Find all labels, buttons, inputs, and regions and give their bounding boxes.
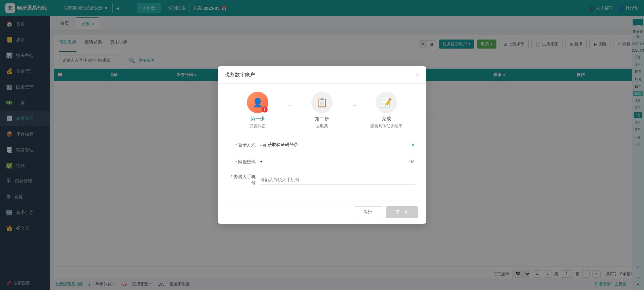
step-2: 📋 第二步 去取票 — [293, 92, 351, 129]
cancel-button[interactable]: 取消 — [354, 206, 382, 218]
tax-digital-account-modal: 税务数字账户 × 👤 ! 第一步 完善账密 → — [218, 66, 426, 224]
login-method-select[interactable]: app获取验证码登录 ∨ — [260, 140, 415, 150]
step3-desc: 查看具体任务结果 — [370, 123, 402, 129]
password-row: 网报密码 👁 — [229, 157, 415, 167]
step2-icon-wrap: 📋 — [311, 92, 333, 113]
phone-label: 办税人手机号 — [229, 174, 256, 186]
step-arrow-2: → — [351, 101, 358, 109]
phone-row: 办税人手机号 — [229, 174, 415, 186]
password-input[interactable] — [260, 159, 409, 165]
login-method-row: 登录方式 app获取验证码登录 ∨ — [229, 140, 415, 150]
modal-footer: 取消 下一步 — [218, 201, 426, 224]
modal-title: 税务数字账户 — [225, 72, 255, 78]
step1-desc: 完善账密 — [250, 123, 266, 129]
step-arrow-1: → — [286, 101, 293, 109]
step1-icon: 👤 — [252, 97, 263, 108]
step2-icon: 📋 — [317, 97, 327, 108]
next-button[interactable]: 下一步 — [386, 206, 418, 218]
step2-desc: 去取票 — [316, 123, 328, 129]
login-method-arrow-icon: ∨ — [411, 142, 415, 147]
step1-icon-wrap: 👤 ! — [247, 92, 268, 113]
modal-header: 税务数字账户 × — [218, 66, 426, 84]
step2-title: 第二步 — [315, 116, 329, 122]
modal-body: 👤 ! 第一步 完善账密 → 📋 第二步 去取票 → — [218, 84, 426, 201]
step1-title: 第一步 — [251, 116, 265, 122]
phone-input[interactable] — [260, 175, 415, 185]
password-wrap: 👁 — [260, 157, 415, 167]
password-label: 网报密码 — [229, 159, 256, 165]
step-complete: 📝 完成 查看具体任务结果 — [358, 92, 415, 129]
step-1: 👤 ! 第一步 完善账密 — [229, 92, 286, 129]
step3-icon-wrap: 📝 — [376, 92, 397, 113]
login-method-value: app获取验证码登录 — [260, 142, 411, 148]
step1-badge: ! — [262, 106, 268, 113]
modal-close-button[interactable]: × — [416, 72, 419, 78]
steps-indicator: 👤 ! 第一步 完善账密 → 📋 第二步 去取票 → — [229, 92, 415, 129]
modal-overlay: 税务数字账户 × 👤 ! 第一步 完善账密 → — [0, 0, 644, 290]
step3-title: 完成 — [382, 116, 391, 122]
login-method-label: 登录方式 — [229, 142, 256, 148]
eye-icon[interactable]: 👁 — [409, 159, 415, 165]
step3-icon: 📝 — [381, 97, 392, 108]
